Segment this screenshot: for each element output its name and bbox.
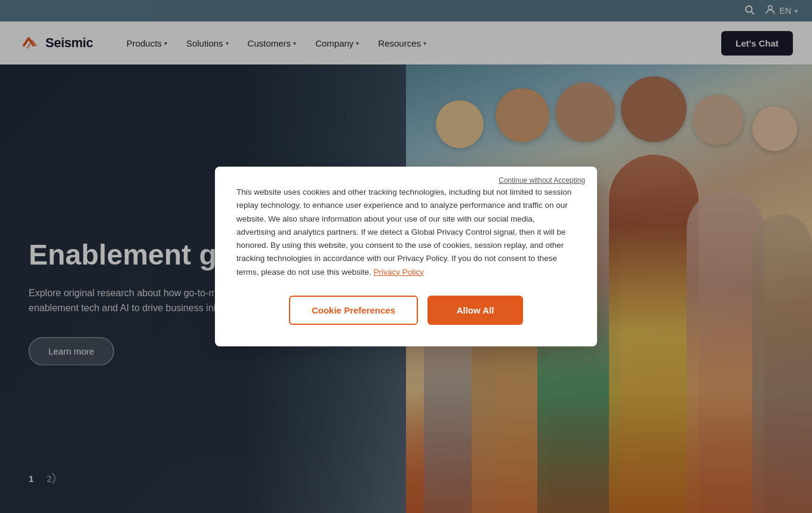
cookie-modal-overlay: Continue without Accepting This website … — [0, 0, 812, 513]
cookie-preferences-button[interactable]: Cookie Preferences — [289, 296, 418, 325]
continue-without-accepting-button[interactable]: Continue without Accepting — [499, 176, 585, 185]
cookie-body-text: This website uses cookies and other trac… — [236, 186, 576, 279]
allow-all-button[interactable]: Allow All — [427, 296, 523, 325]
cookie-modal: Continue without Accepting This website … — [215, 167, 597, 346]
cookie-actions: Cookie Preferences Allow All — [236, 296, 576, 325]
privacy-policy-link[interactable]: Privacy Policy — [374, 268, 424, 277]
